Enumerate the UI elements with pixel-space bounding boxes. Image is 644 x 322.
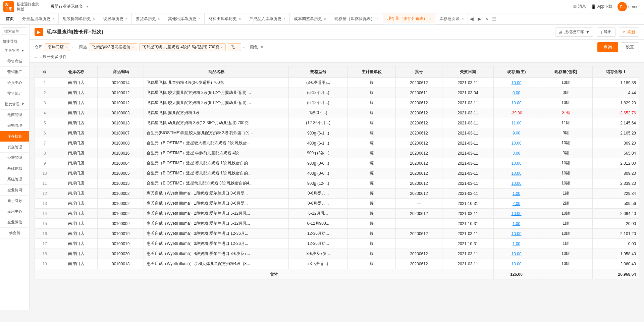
tab-prev-btn[interactable]: ◀ [468, 16, 476, 21]
tab-close-kupi[interactable]: × [462, 17, 464, 21]
cell-qty-main[interactable]: 10.00 [494, 158, 539, 168]
sidebar-item-system[interactable]: 系统管理 [0, 174, 29, 185]
tab-fenpan[interactable]: 分量盘点单历史 × [18, 13, 59, 24]
cell-qty-main[interactable]: 1.00 [494, 219, 539, 229]
cell-unit: 罐 [348, 128, 396, 138]
goods-tag-1[interactable]: 飞鹤奶粉3段同捆搭装 × [89, 43, 137, 51]
sidebar-item-appCenter[interactable]: 应用中心 [0, 206, 29, 217]
sidebar-item-member2[interactable]: 畅会员 [0, 228, 29, 238]
tab-home[interactable]: 首页 [2, 13, 18, 24]
tab-close-cailiaochu[interactable]: × [239, 17, 241, 21]
cell-unit: 罐 [348, 259, 396, 269]
cell-qty-main[interactable]: 10.00 [494, 229, 539, 239]
sidebar-item-purchase[interactable]: 采购管理 [0, 120, 29, 131]
tab-close-diaobao[interactable]: × [125, 17, 127, 21]
sidebar-item-guide[interactable]: 新手引导 [0, 196, 29, 206]
cell-qty-main[interactable]: 10.00 [494, 178, 539, 189]
message-btn[interactable]: ✉ 消息 [573, 4, 586, 9]
cell-qty-pkg: 10罐 [539, 78, 592, 88]
color-dropdown-arrow[interactable]: ▼ [260, 45, 264, 50]
cell-expire: 2021-03-11 [442, 78, 494, 88]
tab-chanchengru[interactable]: 产成品入库单历史 × [245, 13, 290, 24]
tab-zuchai[interactable]: 组装拆卸单历史 × [59, 13, 99, 24]
cell-qty-main[interactable]: 2.00 [494, 199, 539, 209]
sidebar-item-wechat[interactable]: 企业微信 [0, 217, 29, 228]
app-download-btn[interactable]: 📱 App下载 [591, 4, 612, 9]
user-area[interactable]: Ea demo2 [618, 2, 641, 11]
col-settings[interactable]: ⚙ [35, 66, 55, 78]
filter-dots1[interactable]: ··· [72, 45, 75, 50]
query-btn[interactable]: 查询 [597, 42, 618, 52]
expand-conditions[interactable]: ⌄⌄ 展开更多条件 [35, 54, 639, 60]
expand-btn[interactable]: ▶ [35, 28, 43, 36]
cell-qty-main[interactable]: 1.00 [494, 189, 539, 199]
warehouse-tag[interactable]: 南岸门店 × [45, 43, 70, 51]
tab-diaobao[interactable]: 调拨单历史 × [99, 13, 132, 24]
sidebar-item-marketing[interactable]: 营销推广 [0, 67, 29, 77]
sidebar-item-retail-mgmt[interactable]: 零售管理 ▼ [0, 45, 29, 56]
tab-close-fenpan[interactable]: × [52, 17, 54, 21]
sidebar-item-retail-stats[interactable]: 零售统计 [0, 88, 29, 99]
cell-qty-main[interactable]: 9.00 [494, 128, 539, 138]
sidebar-item-finance[interactable]: 资金管理 [0, 142, 29, 153]
cell-qty-main[interactable]: 10.00 [494, 98, 539, 108]
tab-next-btn[interactable]: ▶ [476, 16, 483, 21]
sidebar-nav-label[interactable]: 快捷导航 [0, 38, 29, 45]
tab-qitachu[interactable]: 其他出库单历史 × [164, 13, 205, 24]
sidebar-item-basics[interactable]: 基础信息 [0, 163, 29, 174]
tab-close-xianzailiang2[interactable]: × [429, 17, 431, 20]
goods-tag-2[interactable]: 飞鹤星飞帆 儿童奶粉 4段(3-6岁适用) 700克 × [139, 43, 226, 51]
goods-tag-1-close[interactable]: × [132, 45, 134, 49]
cell-warehouse: 南岸门店 [55, 108, 98, 118]
cell-qty-main[interactable]: 10.00 [494, 138, 539, 148]
cell-expire: 2021-03-11 [442, 249, 494, 259]
cell-qty-main[interactable]: 1.00 [494, 239, 539, 249]
goods-tag-more[interactable]: 飞... [228, 43, 241, 51]
cell-warehouse: 南岸门店 [55, 118, 98, 128]
sidebar-item-inventory[interactable]: 库存核算 [0, 131, 29, 142]
tab-close-zuchai[interactable]: × [93, 17, 95, 21]
warehouse-tag-close[interactable]: × [65, 45, 67, 49]
tab-kupi[interactable]: 库存批次账 × [435, 13, 468, 24]
cell-batch: 20200612 [396, 138, 442, 148]
cell-code: 00100008 [98, 138, 144, 148]
filter-dots2[interactable]: ··· [243, 45, 247, 50]
cell-name: 惠氏启赋（Wyeth illuma）亲和人体儿童配方奶粉4段（3... [144, 259, 289, 269]
goods-tag-2-close[interactable]: × [221, 45, 223, 49]
cell-qty-main[interactable]: 10.00 [494, 259, 539, 269]
tab-menu-btn[interactable]: ☰ [490, 16, 498, 21]
tab-cailiaochu[interactable]: 材料出库单历史 × [205, 13, 245, 24]
tab-yaohuo[interactable]: 要货单历史 × [132, 13, 164, 24]
cell-qty-main[interactable]: 10.00 [494, 249, 539, 259]
cell-qty-main[interactable]: 3.00 [494, 148, 539, 158]
tab-close-qitachu[interactable]: × [198, 17, 200, 21]
tab-close-chanchengru[interactable]: × [283, 17, 285, 21]
cell-spec: 6-12月900... [289, 219, 348, 229]
cell-spec: 0-6月婴儿... [289, 189, 348, 199]
sidebar-item-operations[interactable]: 经营管理 [0, 153, 29, 163]
tab-close-yaohuo[interactable]: × [158, 17, 160, 21]
cell-qty-main[interactable]: 10.00 [494, 78, 539, 88]
tab-xianzailiang2[interactable]: 现存量（库存分布表） × [383, 13, 436, 24]
tab-close-xianzailiang1[interactable]: × [377, 17, 379, 21]
sidebar-item-retail-shop[interactable]: 零售商城 [0, 56, 29, 67]
search-input[interactable] [2, 28, 27, 35]
cell-code: 00100020 [98, 249, 144, 259]
sidebar-item-enterprise[interactable]: 企业协同 [0, 185, 29, 196]
dropdown-bar[interactable]: 母婴行业演示账套 ▼ [46, 1, 573, 13]
tab-chengbenru[interactable]: 成本调整单历史 × [290, 13, 330, 24]
tab-close-all-btn[interactable]: × [483, 16, 490, 21]
cell-qty-main[interactable]: 10.00 [494, 168, 539, 178]
settings-btn[interactable]: 设置 [621, 42, 639, 52]
print-btn[interactable]: 🖨 按模板打印 ▼ [555, 28, 593, 37]
cell-qty-main[interactable]: 11.00 [494, 118, 539, 128]
sidebar-item-ecommerce[interactable]: 电商管理 [0, 110, 29, 120]
refresh-btn[interactable]: ↺ 刷新 [619, 28, 639, 37]
tab-close-chengbenru[interactable]: × [324, 17, 326, 21]
sidebar-item-wholesale[interactable]: 批发管理 ▼ [0, 99, 29, 110]
cell-qty-main[interactable]: 10.00 [494, 209, 539, 219]
tab-xianzailiang1[interactable]: 现存量（库存状况表） × [330, 13, 383, 24]
export-btn[interactable]: ↓ 导出 [597, 28, 615, 37]
sidebar-item-member[interactable]: 会员中心 [0, 77, 29, 88]
cell-qty-main[interactable]: 0.00 [494, 88, 539, 98]
